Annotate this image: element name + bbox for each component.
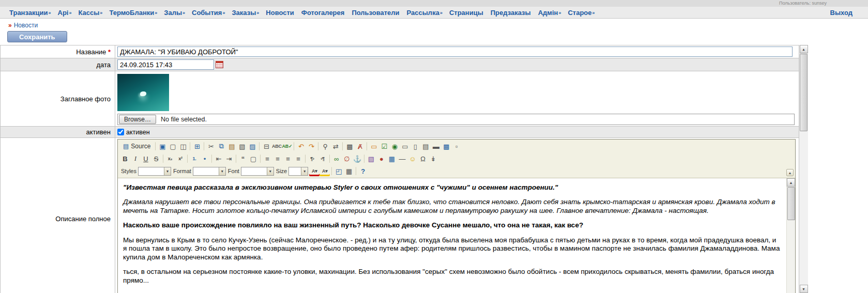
menu-item-termoblanki[interactable]: ТермоБланки» (109, 9, 157, 17)
horizontal-rule-icon[interactable]: ― (397, 154, 407, 164)
combo-box[interactable]: ▾ (288, 167, 308, 176)
select-field-icon[interactable]: ▤ (420, 142, 431, 151)
combo-box[interactable]: ▾ (241, 167, 274, 176)
menu-item-stranitsy[interactable]: Страницы (449, 9, 484, 17)
outdent-icon[interactable]: ⇤ (214, 154, 224, 164)
save-icon[interactable]: ▣ (157, 142, 167, 151)
about-icon[interactable]: ? (358, 166, 368, 176)
new-page-icon[interactable]: ▢ (167, 142, 178, 151)
editor-scrollbar[interactable]: ▲ (786, 178, 795, 293)
combo-box[interactable]: ▾ (193, 167, 226, 176)
size-combo[interactable]: Size ▾ (276, 167, 308, 176)
preview-icon[interactable]: ◫ (178, 142, 188, 151)
bullet-list-icon[interactable]: • (200, 154, 210, 164)
special-char-icon[interactable]: Ω (418, 154, 428, 164)
redo-icon[interactable]: ↷ (306, 142, 316, 151)
checkbox-icon[interactable]: ☑ (379, 142, 389, 151)
font-combo[interactable]: Font ▾ (228, 167, 274, 176)
button-icon[interactable]: ▬ (431, 142, 441, 151)
align-center-icon[interactable]: ≡ (272, 154, 283, 164)
link-icon[interactable]: ∞ (331, 154, 342, 164)
strike-icon[interactable]: S (151, 154, 161, 164)
menu-item-staroe[interactable]: Старое» (568, 9, 595, 17)
undo-icon[interactable]: ↶ (296, 142, 306, 151)
remove-format-icon[interactable]: Ⱥ (355, 142, 365, 151)
paste-icon[interactable]: ▤ (226, 142, 237, 151)
print-icon[interactable]: ⊟ (261, 142, 271, 151)
bg-color-icon[interactable]: A▾ (319, 166, 330, 176)
scroll-up-icon[interactable]: ▲ (800, 45, 808, 53)
replace-icon[interactable]: ⇄ (330, 142, 341, 151)
copy-icon[interactable]: ⧉ (216, 142, 226, 151)
select-all-icon[interactable]: ▩ (344, 142, 355, 151)
chevron-down-icon[interactable]: ▾ (301, 167, 308, 175)
calendar-icon[interactable] (216, 61, 223, 68)
page-break-icon[interactable]: ↡ (428, 154, 438, 164)
italic-icon[interactable]: I (130, 154, 141, 164)
menu-item-rassylka[interactable]: Рассылка» (407, 9, 443, 17)
chevron-down-icon[interactable]: ▾ (267, 167, 273, 175)
show-blocks-icon[interactable]: ▦ (344, 166, 354, 176)
smiley-icon[interactable]: ☺ (407, 154, 418, 164)
name-input[interactable] (117, 47, 793, 57)
scayt-icon[interactable]: AB✓ (282, 142, 292, 151)
styles-combo[interactable]: Styles ▾ (121, 167, 171, 176)
source-button[interactable]: ▤ Source (120, 142, 154, 151)
align-right-icon[interactable]: ≡ (283, 154, 293, 164)
toolbar-collapse-button[interactable]: ▲ (786, 169, 794, 176)
form-icon[interactable]: ▭ (369, 142, 379, 151)
spellcheck-icon[interactable]: ABC (271, 142, 282, 151)
indent-icon[interactable]: ⇥ (224, 154, 234, 164)
rtl-icon[interactable]: ‹¶ (317, 154, 328, 164)
logout-link[interactable]: Выход (830, 9, 852, 17)
breadcrumb-link-news[interactable]: Новости (14, 22, 38, 29)
date-input[interactable] (117, 59, 214, 70)
active-checkbox[interactable] (117, 129, 124, 135)
div-container-icon[interactable]: ▢ (248, 154, 258, 164)
menu-item-transactions[interactable]: Транзакции» (9, 9, 51, 17)
find-icon[interactable]: ⚲ (320, 142, 330, 151)
format-combo[interactable]: Format ▾ (173, 167, 226, 176)
unlink-icon[interactable]: ∅ (342, 154, 352, 164)
page-scrollbar[interactable]: ▲ ▼ (799, 45, 808, 293)
menu-item-fotogalereya[interactable]: Фотогалерея (301, 9, 345, 17)
image-button-icon[interactable]: ▩ (441, 142, 451, 151)
templates-icon[interactable]: ⊞ (192, 142, 202, 151)
menu-item-polzovateli[interactable]: Пользователи (352, 9, 400, 17)
menu-item-admin[interactable]: Адмін» (538, 9, 561, 17)
save-button[interactable]: Сохранить (7, 31, 67, 42)
numbered-list-icon[interactable]: 1. (189, 154, 200, 164)
superscript-icon[interactable]: x² (175, 154, 186, 164)
ltr-icon[interactable]: ¶› (307, 154, 317, 164)
text-field-icon[interactable]: ▭ (400, 142, 410, 151)
browse-button[interactable]: Browse… (119, 115, 156, 124)
align-left-icon[interactable]: ≡ (262, 154, 272, 164)
anchor-icon[interactable]: ⚓ (352, 154, 362, 164)
file-input[interactable]: Browse… No file selected. (117, 114, 795, 125)
menu-item-novosti[interactable]: Новости (266, 9, 295, 17)
paste-text-icon[interactable]: ▧ (237, 142, 247, 151)
blockquote-icon[interactable]: “ (238, 154, 248, 164)
scroll-up-icon[interactable]: ▲ (787, 178, 795, 187)
menu-item-predzakazy[interactable]: Предзаказы (491, 9, 531, 17)
chevron-down-icon[interactable]: ▾ (164, 167, 171, 175)
menu-item-api[interactable]: Api» (58, 9, 72, 17)
cut-icon[interactable]: ✂ (206, 142, 216, 151)
radio-icon[interactable]: ◉ (389, 142, 400, 151)
justify-icon[interactable]: ≡ (293, 154, 303, 164)
table-icon[interactable]: ▦ (387, 154, 397, 164)
combo-box[interactable]: ▾ (138, 167, 171, 176)
textarea-icon[interactable]: ▯ (410, 142, 420, 151)
menu-item-zaly[interactable]: Залы» (164, 9, 185, 17)
flash-icon[interactable]: ● (376, 154, 387, 164)
scroll-down-icon[interactable]: ▼ (800, 285, 808, 293)
text-color-icon[interactable]: A▾ (309, 166, 319, 176)
subscript-icon[interactable]: x₂ (165, 154, 175, 164)
paste-word-icon[interactable]: ▨ (247, 142, 257, 151)
bold-icon[interactable]: B (120, 154, 130, 164)
editor-scrollbar-thumb[interactable] (787, 187, 795, 220)
maximize-icon[interactable]: ◰ (333, 166, 344, 176)
menu-item-sobytiya[interactable]: События» (192, 9, 225, 17)
chevron-down-icon[interactable]: ▾ (219, 167, 225, 175)
menu-item-kassy[interactable]: Кассы» (78, 9, 102, 17)
